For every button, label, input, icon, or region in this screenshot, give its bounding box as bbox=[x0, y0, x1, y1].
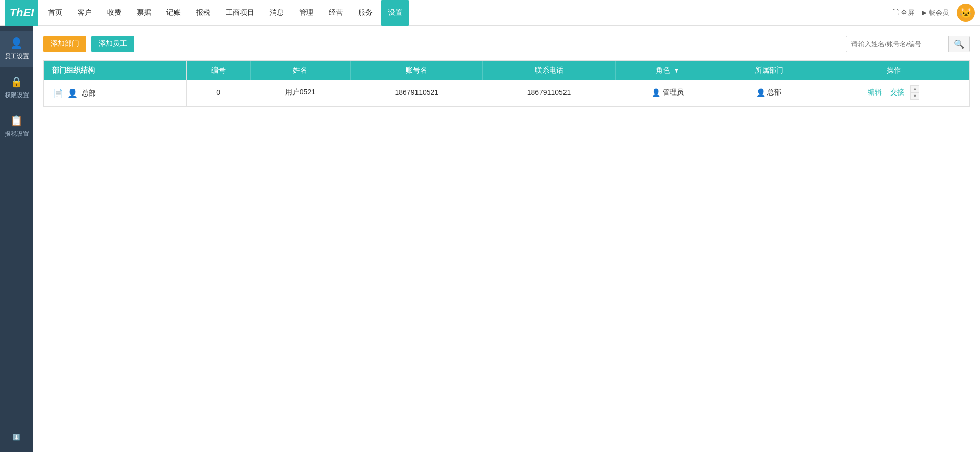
vip-icon: ▶ bbox=[922, 9, 927, 16]
fullscreen-button[interactable]: ⛶ 全屏 bbox=[892, 8, 914, 17]
scroll-down-button[interactable]: ▼ bbox=[910, 92, 919, 100]
logo[interactable]: ThEI bbox=[5, 0, 38, 26]
sidebar: 👤员工设置🔒权限设置📋报税设置⬇️ bbox=[0, 26, 33, 452]
dept-label: 总部 bbox=[767, 88, 781, 97]
search-box: 🔍 bbox=[846, 36, 970, 52]
role-filter-icon[interactable]: ▼ bbox=[674, 67, 679, 74]
nav-item-票据[interactable]: 票据 bbox=[130, 0, 158, 26]
file-icon: 📄 bbox=[53, 88, 63, 98]
col-dept: 所属部门 bbox=[720, 61, 818, 80]
add-dept-button[interactable]: 添加部门 bbox=[43, 36, 86, 52]
col-account: 账号名 bbox=[351, 61, 483, 80]
dept-panel: 部门组织结构 📄 👤 总部 bbox=[44, 61, 187, 106]
nav-item-客户[interactable]: 客户 bbox=[70, 0, 99, 26]
search-input[interactable] bbox=[846, 40, 948, 48]
cell-dept: 👤 总部 bbox=[720, 80, 818, 105]
sidebar-item-label: 权限设置 bbox=[5, 91, 29, 100]
nav-item-经营[interactable]: 经营 bbox=[322, 0, 350, 26]
sidebar-icon: 👤 bbox=[10, 37, 23, 49]
table-header: 编号 姓名 账号名 联系电话 角色 ▼ 所属部门 操作 bbox=[187, 61, 969, 80]
download-icon: ⬇️ bbox=[13, 434, 20, 441]
logo-icon: ThEI bbox=[10, 6, 34, 19]
dept-panel-header: 部门组织结构 bbox=[44, 61, 186, 80]
nav-item-记账[interactable]: 记账 bbox=[159, 0, 188, 26]
nav-item-首页[interactable]: 首页 bbox=[41, 0, 69, 26]
dept-person-icon: 👤 bbox=[67, 88, 78, 98]
sidebar-icon: 🔒 bbox=[10, 76, 23, 88]
employee-panel: 编号 姓名 账号名 联系电话 角色 ▼ 所属部门 操作 0 用户0521 186… bbox=[187, 61, 969, 106]
nav-item-工商项目[interactable]: 工商项目 bbox=[218, 0, 261, 26]
employee-table: 编号 姓名 账号名 联系电话 角色 ▼ 所属部门 操作 0 用户0521 186… bbox=[187, 61, 969, 105]
nav-right: ⛶ 全屏 ▶ 畅会员 🐱 bbox=[892, 4, 975, 22]
fullscreen-label: 全屏 bbox=[901, 8, 914, 17]
nav-item-管理[interactable]: 管理 bbox=[292, 0, 321, 26]
cell-id: 0 bbox=[187, 80, 250, 105]
vip-button[interactable]: ▶ 畅会员 bbox=[922, 8, 949, 17]
col-phone: 联系电话 bbox=[483, 61, 615, 80]
sidebar-bottom-button[interactable]: ⬇️ bbox=[0, 427, 33, 447]
col-id: 编号 bbox=[187, 61, 250, 80]
vip-label: 畅会员 bbox=[929, 8, 949, 17]
dept-icon: 👤 bbox=[756, 88, 765, 97]
table-row: 0 用户0521 18679110521 18679110521 👤 管理员 👤… bbox=[187, 80, 969, 105]
cell-role: 👤 管理员 bbox=[615, 80, 720, 105]
dept-tree: 📄 👤 总部 bbox=[44, 80, 186, 106]
nav-item-服务[interactable]: 服务 bbox=[351, 0, 380, 26]
cell-phone: 18679110521 bbox=[483, 80, 615, 105]
dept-node-root[interactable]: 📄 👤 总部 bbox=[49, 85, 181, 101]
toolbar: 添加部门 添加员工 🔍 bbox=[43, 36, 970, 52]
dept-node-label: 总部 bbox=[82, 89, 96, 98]
sidebar-icon: 📋 bbox=[10, 114, 23, 127]
nav-item-消息[interactable]: 消息 bbox=[262, 0, 291, 26]
sidebar-item-员工设置[interactable]: 👤员工设置 bbox=[0, 31, 33, 67]
cell-account: 18679110521 bbox=[351, 80, 483, 105]
scroll-up-button[interactable]: ▲ bbox=[910, 85, 919, 92]
col-role: 角色 ▼ bbox=[615, 61, 720, 80]
sidebar-item-权限设置[interactable]: 🔒权限设置 bbox=[0, 69, 33, 106]
main-content: 添加部门 添加员工 🔍 部门组织结构 📄 👤 总部 bbox=[33, 26, 980, 452]
nav-items: 首页客户收费票据记账报税工商项目消息管理经营服务设置 bbox=[41, 0, 892, 25]
content-area: 部门组织结构 📄 👤 总部 编号 姓名 账号名 bbox=[43, 60, 970, 107]
col-name: 姓名 bbox=[250, 61, 351, 80]
col-action: 操作 bbox=[818, 61, 969, 80]
sidebar-item-label: 员工设置 bbox=[5, 52, 29, 61]
fullscreen-icon: ⛶ bbox=[892, 9, 899, 16]
cell-actions: 编辑 交接 ▲ ▼ bbox=[818, 80, 969, 105]
sidebar-item-报税设置[interactable]: 📋报税设置 bbox=[0, 108, 33, 145]
role-label: 管理员 bbox=[663, 88, 684, 97]
top-nav: ThEI 首页客户收费票据记账报税工商项目消息管理经营服务设置 ⛶ 全屏 ▶ 畅… bbox=[0, 0, 980, 26]
search-button[interactable]: 🔍 bbox=[948, 36, 969, 52]
app-body: 👤员工设置🔒权限设置📋报税设置⬇️ 添加部门 添加员工 🔍 部门组织结构 📄 👤 bbox=[0, 26, 980, 452]
transfer-link[interactable]: 交接 bbox=[890, 88, 904, 96]
table-body: 0 用户0521 18679110521 18679110521 👤 管理员 👤… bbox=[187, 80, 969, 105]
edit-link[interactable]: 编辑 bbox=[868, 88, 882, 96]
sidebar-item-label: 报税设置 bbox=[5, 130, 29, 138]
nav-item-设置[interactable]: 设置 bbox=[381, 0, 409, 26]
add-employee-button[interactable]: 添加员工 bbox=[91, 36, 134, 52]
cell-name: 用户0521 bbox=[250, 80, 351, 105]
nav-item-收费[interactable]: 收费 bbox=[100, 0, 129, 26]
nav-item-报税[interactable]: 报税 bbox=[189, 0, 217, 26]
user-avatar[interactable]: 🐱 bbox=[957, 4, 975, 22]
role-icon: 👤 bbox=[652, 88, 660, 97]
